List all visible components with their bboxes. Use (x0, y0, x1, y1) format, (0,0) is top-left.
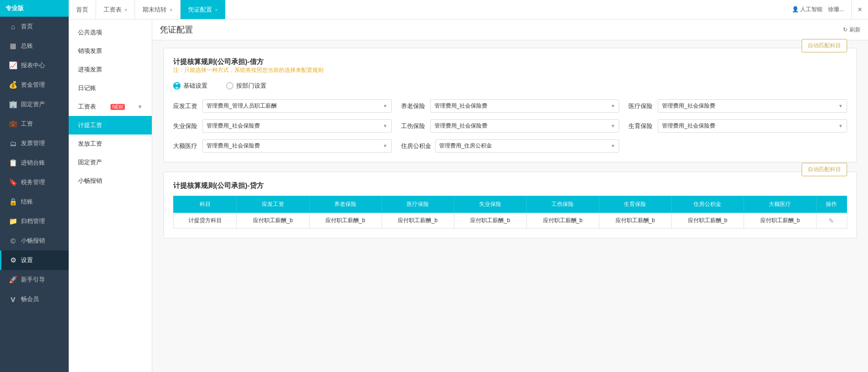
sidebar-item-fund[interactable]: 💰 资金管理 (0, 75, 69, 95)
credit-section-title: 计提核算规则(公司承担)-贷方 (173, 181, 264, 189)
cell-edit[interactable]: ✎ (816, 213, 847, 229)
chevron-down-icon: ▼ (137, 104, 143, 109)
sidebar-item-xiaochang[interactable]: © 小畅报销 (0, 231, 69, 250)
chevron-down-icon: ▼ (838, 103, 843, 109)
tab-period[interactable]: 期末结转 × (135, 0, 180, 19)
yiliao-label: 医疗保险 (628, 102, 654, 110)
yiliao-select[interactable]: 管理费用_社会保险费 ▼ (658, 99, 847, 113)
cell-daeliao: 应付职工薪酬_b (744, 213, 816, 229)
cell-subject: 计提贷方科目 (174, 213, 237, 229)
chevron-down-icon: ▼ (610, 123, 615, 128)
debit-form-row-2: 失业保险 管理费用_社会保险费 ▼ 工伤保险 管理费用_社会保险费 ▼ (173, 119, 847, 133)
left-nav-purchase-invoice[interactable]: 进项发票 (69, 60, 152, 79)
daeliao-select[interactable]: 管理费用_社会保险费 ▼ (202, 139, 392, 153)
left-nav-calc-salary[interactable]: 计提工资 (69, 116, 152, 135)
debit-radio-group: 基础设置 按部门设置 (173, 82, 847, 90)
sidebar-item-salary[interactable]: 💼 工资 (0, 114, 69, 134)
edit-icon[interactable]: ✎ (829, 217, 834, 224)
sidebar-item-report[interactable]: 📈 报表中心 (0, 56, 69, 75)
chevron-down-icon: ▼ (610, 143, 615, 148)
archive-icon: 📁 (9, 217, 17, 225)
sidebar: 专业版 ⌂ 首页 ▦ 总账 📈 报表中心 💰 资金管理 🏢 固定资产 💼 工资 … (0, 0, 69, 372)
credit-section: 计提核算规则(公司承担)-贷方 自动匹配科目 科目 应发工资 养老保险 医疗保险… (163, 172, 857, 238)
tab-voucher[interactable]: 凭证配置 × (181, 0, 226, 19)
sidebar-item-member[interactable]: V 畅会员 (0, 289, 69, 309)
left-nav-xiaochang-exp[interactable]: 小畅报销 (69, 172, 152, 190)
topbar-right: 👤 人工智能 徐珊... (792, 6, 851, 13)
radio-basic[interactable]: 基础设置 (173, 82, 207, 90)
radio-basic-circle (173, 82, 181, 90)
daeliao-label: 大额医疗 (173, 142, 199, 150)
left-nav-sales-invoice[interactable]: 销项发票 (69, 42, 152, 60)
gongshang-select[interactable]: 管理费用_社会保险费 ▼ (430, 119, 620, 133)
sidebar-item-asset[interactable]: 🏢 固定资产 (0, 95, 69, 114)
tab-voucher-close[interactable]: × (215, 7, 218, 13)
tab-payroll-close[interactable]: × (124, 7, 127, 13)
shiye-select[interactable]: 管理费用_社会保险费 ▼ (202, 119, 392, 133)
col-shengyu: 生育保险 (599, 196, 671, 213)
refresh-button[interactable]: ↻ 刷新 (843, 26, 861, 34)
debit-form-row-1: 应发工资 管理费用_管理人员职工薪酬 ▼ 养老保险 管理费用_社会保险费 ▼ (173, 99, 847, 113)
yingfa-select[interactable]: 管理费用_管理人员职工薪酬 ▼ (202, 99, 392, 113)
debit-auto-match-button[interactable]: 自动匹配科目 (802, 39, 847, 52)
shiye-label: 失业保险 (173, 122, 199, 130)
xiaochang-icon: © (9, 237, 17, 245)
form-item-daeliao: 大额医疗 管理费用_社会保险费 ▼ (173, 139, 392, 153)
new-badge: NEW (110, 104, 125, 110)
sidebar-item-settings[interactable]: ⚙ 设置 (0, 250, 69, 270)
sidebar-item-tax[interactable]: 🔖 税务管理 (0, 173, 69, 192)
credit-auto-match-button[interactable]: 自动匹配科目 (802, 163, 847, 176)
cell-shiye: 应付职工薪酬_b (454, 213, 526, 229)
gongjijin-select[interactable]: 管理费用_住房公积金 ▼ (435, 139, 620, 153)
debit-notice: 注：只能选择一种方式，系统将按照您当前的选择来配置规则 (173, 66, 847, 74)
chevron-down-icon: ▼ (383, 103, 388, 109)
tab-payroll[interactable]: 工资表 × (96, 0, 135, 19)
shengyu-select[interactable]: 管理费用_社会保险费 ▼ (658, 119, 847, 133)
cell-shengyu: 应付职工薪酬_b (599, 213, 671, 229)
sidebar-item-invoice[interactable]: 🗂 发票管理 (0, 134, 69, 153)
col-daeliao: 大额医疗 (744, 196, 816, 213)
debit-form-row-3: 大额医疗 管理费用_社会保险费 ▼ 住房公积金 管理费用_住房公积金 ▼ (173, 139, 847, 153)
yanglao-select[interactable]: 管理费用_社会保险费 ▼ (430, 99, 620, 113)
purchase-icon: 📋 (9, 159, 17, 167)
form-item-shengyu: 生育保险 管理费用_社会保险费 ▼ (628, 119, 847, 133)
left-nav-public[interactable]: 公共选项 (69, 23, 152, 42)
form-item-gongjijin: 住房公积金 管理费用_住房公积金 ▼ (401, 139, 620, 153)
company-name: 徐珊... (828, 6, 844, 13)
sidebar-item-guide[interactable]: 🚀 新手引导 (0, 270, 69, 289)
sidebar-item-home[interactable]: ⌂ 首页 (0, 17, 69, 36)
radio-dept[interactable]: 按部门设置 (226, 82, 266, 90)
member-icon: V (9, 295, 17, 303)
settings-icon: ⚙ (9, 256, 17, 264)
guide-icon: 🚀 (9, 276, 17, 284)
table-header-row: 科目 应发工资 养老保险 医疗保险 失业保险 工伤保险 生育保险 住房公积金 大… (174, 196, 847, 213)
col-yingfa: 应发工资 (237, 196, 309, 213)
chevron-down-icon: ▼ (610, 103, 615, 109)
app-logo: 专业版 (0, 0, 69, 17)
form-item-shiye: 失业保险 管理费用_社会保险费 ▼ (173, 119, 392, 133)
left-nav-issue-salary[interactable]: 发放工资 (69, 135, 152, 153)
table-row: 计提贷方科目 应付职工薪酬_b 应付职工薪酬_b 应付职工薪酬_b 应付职工薪酬… (174, 213, 847, 229)
col-shiye: 失业保险 (454, 196, 526, 213)
page-title: 凭证配置 (160, 24, 193, 35)
sidebar-item-ledger[interactable]: ▦ 总账 (0, 36, 69, 56)
col-yanglao: 养老保险 (309, 196, 382, 213)
yanglao-label: 养老保险 (401, 102, 427, 110)
sidebar-item-purchase[interactable]: 📋 进销台账 (0, 153, 69, 173)
left-nav-fixed-asset[interactable]: 固定资产 (69, 153, 152, 172)
left-nav-journal[interactable]: 日记账 (69, 79, 152, 97)
sidebar-item-close[interactable]: 🔒 结账 (0, 192, 69, 212)
close-panel-button[interactable]: × (851, 0, 868, 19)
form-item-yingfa: 应发工资 管理费用_管理人员职工薪酬 ▼ (173, 99, 392, 113)
tax-icon: 🔖 (9, 178, 17, 186)
cell-yiliao: 应付职工薪酬_b (382, 213, 454, 229)
ledger-icon: ▦ (9, 42, 17, 50)
form-item-yiliao: 医疗保险 管理费用_社会保险费 ▼ (628, 99, 847, 113)
tab-home[interactable]: 首页 (69, 0, 96, 19)
form-item-yanglao: 养老保险 管理费用_社会保险费 ▼ (401, 99, 620, 113)
left-nav: 公共选项 销项发票 进项发票 日记账 工资表 NEW ▼ 计提工资 发放工资 (69, 19, 152, 372)
credit-table: 科目 应发工资 养老保险 医疗保险 失业保险 工伤保险 生育保险 住房公积金 大… (173, 196, 847, 229)
left-nav-payroll-table[interactable]: 工资表 NEW ▼ (69, 97, 152, 116)
tab-period-close[interactable]: × (169, 7, 172, 13)
sidebar-item-archive[interactable]: 📁 归档管理 (0, 212, 69, 231)
